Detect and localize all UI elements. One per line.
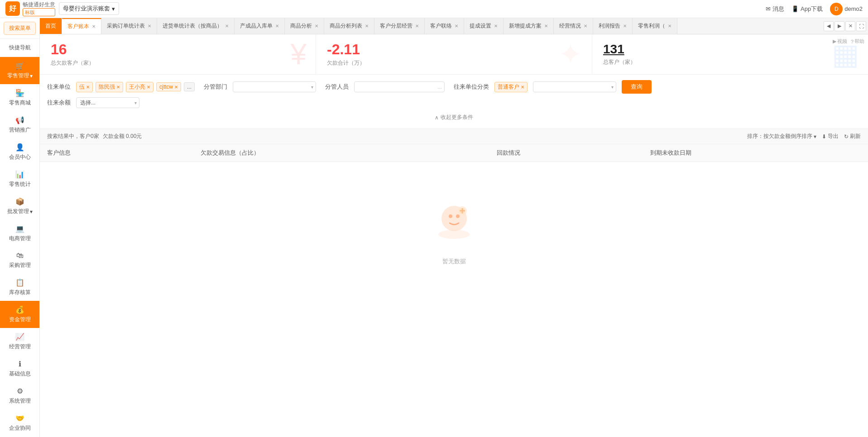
sidebar-item-purchase[interactable]: 🛍 采购管理 <box>0 247 39 274</box>
unit-filter-tags: 伍 ✕ 陈民强 ✕ 王小亮 ✕ cjttcw ✕ <box>76 82 195 92</box>
sidebar-quick-nav: 快捷导航 <box>0 39 39 57</box>
tab-customer-layering[interactable]: 客户分层经营 ✕ <box>374 18 425 34</box>
refresh-button[interactable]: ↻ 刷新 <box>844 133 861 140</box>
tab-customer-contact[interactable]: 客户联络 ✕ <box>425 18 464 34</box>
export-icon: ⬇ <box>822 133 826 140</box>
tab-close-incoming[interactable]: ✕ <box>225 24 229 28</box>
messages-button[interactable]: ✉ 消息 <box>766 5 784 13</box>
tag-close-wang[interactable]: ✕ <box>147 85 150 90</box>
marketing-icon: 📢 <box>15 116 24 124</box>
filter-area: 往来单位 伍 ✕ 陈民强 ✕ 王小亮 ✕ <box>40 75 868 129</box>
sidebar-item-inventory[interactable]: 📋 库存核算 <box>0 274 39 301</box>
app-download-button[interactable]: 📱 App下载 <box>791 5 823 13</box>
sidebar-item-retail-management[interactable]: 🛒 零售管理 ▾ <box>0 57 39 84</box>
tag-close-chen[interactable]: ✕ <box>116 85 120 90</box>
tab-close-inbound[interactable]: ✕ <box>275 24 279 28</box>
tab-product-inbound[interactable]: 产成品入库单 ✕ <box>235 18 285 34</box>
sidebar-item-system[interactable]: ⚙ 系统管理 <box>0 382 39 409</box>
dept-select-wrap: ▾ <box>233 81 316 92</box>
sidebar-item-marketing[interactable]: 📢 营销推广 <box>0 111 39 138</box>
tag-close-cjttcw[interactable]: ✕ <box>174 85 178 90</box>
tab-close-commission[interactable]: ✕ <box>494 24 498 28</box>
tab-controls: ◀ ▶ ✕ ⛶ <box>822 21 868 31</box>
tab-scroll-right-button[interactable]: ▶ <box>834 21 844 31</box>
person-input[interactable] <box>354 81 445 92</box>
sidebar-item-finance[interactable]: 💰 资金管理 <box>0 301 39 328</box>
tab-close-operations[interactable]: ✕ <box>584 24 587 28</box>
tab-product-analysis-list[interactable]: 商品分析列表 ✕ <box>324 18 374 34</box>
unit-filter-label: 往来单位 <box>47 83 71 91</box>
tab-close-purchase[interactable]: ✕ <box>148 24 151 28</box>
tab-maximize-button[interactable]: ⛶ <box>856 21 866 31</box>
tab-close-all-button[interactable]: ✕ <box>845 21 855 31</box>
avatar: D <box>830 3 843 15</box>
tab-close-customer-ledger[interactable]: ✕ <box>92 24 96 29</box>
export-button[interactable]: ⬇ 导出 <box>822 133 839 140</box>
tab-product-analysis[interactable]: 商品分析 ✕ <box>285 18 324 34</box>
tab-profit-report[interactable]: 利润报告 ✕ <box>593 18 633 34</box>
content-area: 首页 客户账本 ✕ 采购订单统计表 ✕ 进货单统计表（按商品） ✕ 产成品入库单… <box>40 18 868 437</box>
tab-close-layering[interactable]: ✕ <box>415 24 419 28</box>
video-link[interactable]: ▶ 视频 <box>833 38 847 45</box>
finance-icon: 💰 <box>15 305 24 314</box>
tab-scroll-left-button[interactable]: ◀ <box>824 21 834 31</box>
version-badge: 标版 <box>23 8 55 16</box>
data-table: 客户信息 欠款交易信息（占比） 回款情况 到期未收款日期 <box>40 144 868 162</box>
table-header-row: 客户信息 欠款交易信息（占比） 回款情况 到期未收款日期 <box>40 144 868 162</box>
top-bar-left: 好 畅捷通好生意 标版 母婴行业演示账套 ▾ <box>5 1 119 17</box>
tab-retail-profit[interactable]: 零售利润（ ✕ <box>633 18 677 34</box>
dept-filter-label: 分管部门 <box>204 83 227 91</box>
inventory-icon: 📋 <box>15 278 24 287</box>
org-selector[interactable]: 母婴行业演示账套 ▾ <box>59 2 119 15</box>
tab-home[interactable]: 首页 <box>40 18 62 34</box>
tag-close-wu[interactable]: ✕ <box>86 85 90 90</box>
logo-area: 好 畅捷通好生意 标版 <box>5 1 55 17</box>
tab-close-analysis[interactable]: ✕ <box>315 24 318 28</box>
filter-tag-wu: 伍 ✕ <box>76 82 93 92</box>
tab-customer-ledger[interactable]: 客户账本 ✕ <box>62 18 101 34</box>
tab-commission-settings[interactable]: 提成设置 ✕ <box>464 18 504 34</box>
tab-close-analysis-list[interactable]: ✕ <box>365 24 369 28</box>
sidebar-item-operations[interactable]: 📈 经营管理 <box>0 328 39 355</box>
stat-help-links: ▶ 视频 ? 帮助 <box>833 38 864 45</box>
chevron-up-icon: ∧ <box>435 114 439 121</box>
svg-point-2 <box>449 214 452 218</box>
search-menu-button[interactable]: 搜索菜单 <box>4 22 36 35</box>
tab-operations[interactable]: 经营情况 ✕ <box>554 18 593 34</box>
query-button[interactable]: 查询 <box>622 80 652 94</box>
stat-value-customers: 16 <box>51 42 67 57</box>
user-profile[interactable]: D demo2 <box>830 3 863 15</box>
filter-tag-more[interactable]: ... <box>184 82 195 91</box>
ecommerce-icon: 💻 <box>15 224 24 233</box>
download-icon: 📱 <box>791 5 799 12</box>
sidebar-item-retail-stats[interactable]: 📊 零售统计 <box>0 166 39 193</box>
tab-add-commission-plan[interactable]: 新增提成方案 ✕ <box>504 18 554 34</box>
stat-label-debt: 欠款合计（万） <box>327 59 365 67</box>
category-input[interactable] <box>533 81 616 92</box>
sidebar-item-basic-info[interactable]: ℹ 基础信息 <box>0 355 39 382</box>
chevron-down-icon: ▾ <box>112 5 115 12</box>
tab-close-profit[interactable]: ✕ <box>623 24 627 28</box>
sidebar-item-retail-mall[interactable]: 🏪 零售商城 <box>0 84 39 111</box>
sidebar-item-member-center[interactable]: 👤 会员中心 <box>0 138 39 166</box>
remain-select[interactable]: 选择... <box>76 97 139 108</box>
tab-incoming-stats[interactable]: 进货单统计表（按商品） ✕ <box>157 18 235 34</box>
col-header-debt-info: 欠款交易信息（占比） <box>193 144 489 162</box>
sidebar-item-wholesale[interactable]: 📦 批发管理 ▾ <box>0 193 39 220</box>
svg-point-3 <box>456 214 460 218</box>
tab-close-contact[interactable]: ✕ <box>455 24 458 28</box>
tab-close-retail-profit[interactable]: ✕ <box>668 24 671 28</box>
tab-purchase-order-stats[interactable]: 采购订单统计表 ✕ <box>101 18 157 34</box>
sidebar-item-enterprise-collab[interactable]: 🤝 企业协同 <box>0 409 39 437</box>
stat-bg-yuan-icon: ¥ <box>290 38 307 71</box>
help-link[interactable]: ? 帮助 <box>851 38 864 45</box>
sidebar-item-ecommerce[interactable]: 💻 电商管理 <box>0 220 39 247</box>
system-icon: ⚙ <box>17 387 23 395</box>
collapse-button[interactable]: ∧ 收起更多条件 <box>47 112 861 123</box>
dept-input[interactable] <box>233 81 316 92</box>
result-bar-left: 搜索结果中，客户0家 欠款金额 0.00元 <box>47 133 142 140</box>
tab-close-add-commission[interactable]: ✕ <box>544 24 548 28</box>
tag-close-category[interactable]: ✕ <box>521 85 524 90</box>
empty-illustration <box>432 198 477 252</box>
sidebar-item-quick-nav[interactable]: 快捷导航 <box>0 41 39 55</box>
